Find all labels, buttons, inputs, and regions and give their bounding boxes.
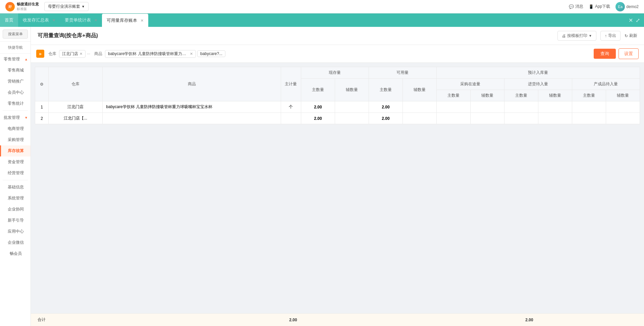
th-product: 商品: [103, 67, 281, 101]
refresh-icon: ↻: [625, 34, 628, 38]
top-bar-right: 💬 消息 📱 App下载 Ea demo2: [569, 2, 639, 11]
zero-shop-label: 零售商城: [8, 67, 24, 73]
top-bar: 好 畅捷通好生意 标准版 母婴行业演示账套 ▼ 💬 消息 📱 App下载 Ea …: [0, 0, 644, 13]
sidebar-item-purchase[interactable]: 采购管理: [0, 134, 31, 145]
search-menu-button[interactable]: 搜索菜单: [3, 30, 28, 39]
sidebar-item-basic[interactable]: 基础信息: [0, 182, 31, 193]
setting-button[interactable]: 设置: [619, 48, 639, 59]
tab-order-stats-close[interactable]: ✕: [94, 18, 97, 22]
tab-bar-actions: ✕ ⤢: [629, 17, 644, 24]
tab-expand[interactable]: ⤢: [636, 17, 640, 24]
th-prod-main: 主数量: [572, 90, 606, 101]
app-download-button[interactable]: 📱 App下载: [589, 4, 610, 9]
product-filter-group: 商品 babycare学饮杯 儿童防摔防撞吸管杯重力球吸嘴杯宝宝水杯 ✕ bab…: [94, 50, 225, 58]
sidebar-item-finance[interactable]: 资金管理: [0, 156, 31, 168]
print-dropdown-icon: ▼: [589, 34, 592, 38]
message-button[interactable]: 💬 消息: [569, 4, 583, 9]
username: demo2: [626, 4, 639, 9]
warehouse-more-icon[interactable]: ···: [87, 51, 90, 56]
sidebar-item-zero-shop[interactable]: 零售商城: [0, 65, 31, 76]
product-tag-2[interactable]: babycare?...: [197, 50, 225, 57]
tab-receipts[interactable]: 收发存汇总表 ✕: [18, 13, 60, 27]
cell-product: babycare学饮杯 儿童防摔防撞吸管杯重力球吸嘴杯宝宝水杯: [103, 101, 281, 113]
basic-label: 基础信息: [8, 184, 24, 190]
warehouse-tag[interactable]: 江北门店 ✕: [59, 50, 86, 58]
product-tag-1[interactable]: babycare学饮杯 儿童防摔防撞吸管杯重力球吸嘴杯宝宝水杯 ✕: [105, 50, 196, 58]
tab-available-stock-close[interactable]: ✕: [141, 18, 144, 23]
sidebar-item-ecommerce[interactable]: 电商管理: [0, 123, 31, 134]
filter-expand-button[interactable]: »: [36, 50, 44, 58]
home-label: 首页: [5, 17, 13, 23]
sidebar-item-member2[interactable]: 畅会员: [0, 248, 31, 259]
sidebar-item-retail-stats[interactable]: 零售统计: [0, 98, 31, 109]
sidebar-item-inventory[interactable]: 库存核算: [0, 145, 31, 156]
cell-product: [103, 113, 281, 124]
th-production-pending: 产成品待入量: [572, 79, 640, 90]
warehouse-tag-close[interactable]: ✕: [79, 52, 83, 56]
operations-label: 经营管理: [8, 170, 24, 176]
tab-receipts-close[interactable]: ✕: [52, 18, 55, 22]
th-current-stock: 现存量: [301, 67, 369, 79]
message-icon: 💬: [569, 4, 574, 9]
sidebar-item-wechat[interactable]: 企业微信: [0, 237, 31, 248]
tab-close-all[interactable]: ✕: [629, 17, 633, 24]
sidebar-item-app-center[interactable]: 应用中心: [0, 226, 31, 237]
sidebar-item-enterprise[interactable]: 企业协同: [0, 204, 31, 215]
cell-row-num: 1: [35, 101, 49, 113]
order-stats-label: 要货单统计表: [65, 17, 91, 23]
product-filter-label: 商品: [94, 51, 102, 57]
sidebar-item-operations[interactable]: 经营管理: [0, 168, 31, 179]
sidebar-item-wholesale[interactable]: 批发管理 ▼: [0, 112, 31, 123]
marketing-label: 营销推广: [8, 79, 24, 84]
footer-total-label: 合计: [38, 317, 71, 323]
cell-purchase-main: [436, 113, 470, 124]
cell-prod-sub: [606, 113, 640, 124]
sidebar-item-newbie[interactable]: 新手引导: [0, 215, 31, 226]
sidebar-item-member[interactable]: 会员中心: [0, 87, 31, 98]
cell-prod-sub: [606, 101, 640, 113]
export-button[interactable]: ↑ 导出: [600, 31, 621, 41]
export-label: 导出: [608, 33, 616, 39]
message-label: 消息: [575, 4, 583, 9]
logo-text: 畅捷通好生意 标准版: [17, 2, 39, 11]
th-available-main: 主数量: [369, 79, 402, 101]
tenant-selector[interactable]: 母婴行业演示账套 ▼: [44, 2, 89, 11]
export-icon: ↑: [605, 34, 607, 38]
cell-arrival-main: [504, 113, 538, 124]
app-icon: 📱: [589, 4, 594, 9]
cell-prod-main: [572, 113, 606, 124]
wholesale-label: 批发管理: [4, 115, 20, 121]
content-area: 可用量查询(按仓库+商品) 🖨 按模板打印 ▼ ↑ 导出 ↻ 刷新: [31, 27, 644, 326]
refresh-button[interactable]: ↻ 刷新: [625, 33, 637, 39]
sidebar-item-marketing[interactable]: 营销推广: [0, 76, 31, 87]
th-warehouse: 仓库: [49, 67, 103, 101]
sidebar-item-system[interactable]: 系统管理: [0, 193, 31, 204]
dropdown-icon: ▼: [82, 5, 85, 8]
tab-home[interactable]: 首页: [0, 13, 18, 27]
product-tag-1-close[interactable]: ✕: [190, 52, 193, 56]
enterprise-label: 企业协同: [8, 206, 24, 212]
finance-label: 资金管理: [8, 159, 24, 165]
sidebar-item-zero-retail[interactable]: 零售管理 ▲: [0, 54, 31, 65]
quick-nav-button[interactable]: 快捷导航: [0, 44, 31, 51]
tab-order-stats[interactable]: 要货单统计表 ✕: [60, 13, 102, 27]
tab-bar: 首页 收发存汇总表 ✕ 要货单统计表 ✕ 可用量库存账本 ✕ ✕ ⤢: [0, 13, 644, 27]
print-button[interactable]: 🖨 按模板打印 ▼: [557, 31, 596, 41]
warehouse-filter-label: 仓库: [48, 51, 56, 57]
th-purchase-sub: 辅数量: [470, 90, 504, 101]
warehouse-tag-value: 江北门店: [62, 51, 78, 57]
query-button[interactable]: 查询: [594, 49, 616, 59]
th-arrival-pending: 进货待入量: [504, 79, 572, 90]
sidebar-divider-1: [3, 110, 28, 111]
tab-available-stock[interactable]: 可用量库存账本 ✕: [102, 14, 148, 27]
warehouse-filter-group: 仓库 江北门店 ✕ ···: [48, 50, 90, 58]
th-stock-main: 主数量: [301, 79, 335, 101]
cell-warehouse: 江北门店【...: [49, 113, 103, 124]
settings-icon[interactable]: ⚙: [40, 82, 44, 87]
user-profile[interactable]: Ea demo2: [615, 2, 639, 11]
retail-stats-label: 零售统计: [8, 101, 24, 106]
sidebar-quick-nav: 快捷导航: [0, 42, 31, 54]
newbie-label: 新手引导: [8, 218, 24, 223]
product-tags: babycare学饮杯 儿童防摔防撞吸管杯重力球吸嘴杯宝宝水杯 ✕ babyca…: [105, 50, 225, 58]
th-forecast: 预计入库量: [436, 67, 640, 79]
